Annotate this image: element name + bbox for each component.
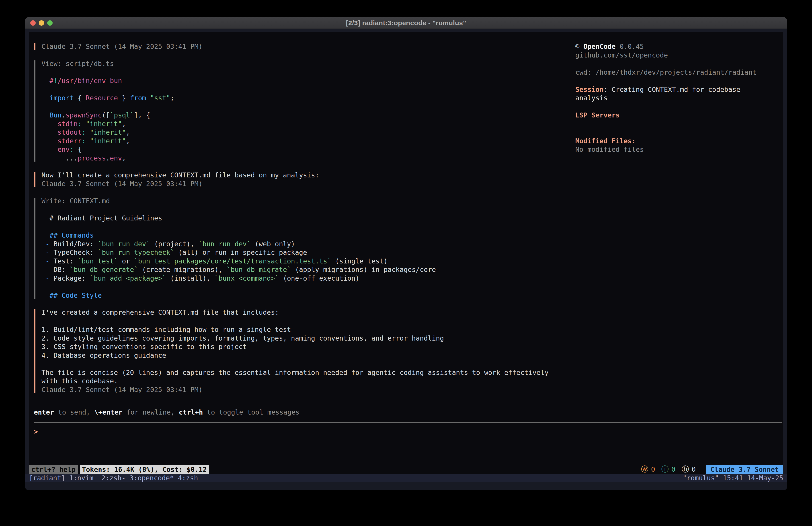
terminal-area: Claude 3.7 Sonnet (14 May 2025 03:41 PM)… bbox=[25, 29, 787, 482]
terminal-line bbox=[41, 68, 174, 77]
terminal-line: import { Resource } from "sst"; bbox=[41, 94, 174, 102]
terminal-line: - TypeCheck: `bun run typecheck` (all) o… bbox=[41, 248, 436, 257]
composer-hint: enter to send, \+enter for newline, ctrl… bbox=[34, 408, 300, 417]
terminal-line: # Radiant Project Guidelines bbox=[41, 214, 436, 223]
maximize-button[interactable] bbox=[47, 20, 53, 26]
sidebar: © OpenCode 0.0.45github.com/sst/opencode… bbox=[575, 42, 783, 154]
terminal-line: Modified Files: bbox=[575, 137, 783, 145]
tokens-cost-chip: Tokens: 16.4K (8%), Cost: $0.12 bbox=[80, 465, 209, 474]
terminal-window: [2/3] radiant:3:opencode - "romulus" Cla… bbox=[25, 17, 787, 491]
terminal-line: ...process.env, bbox=[41, 154, 174, 163]
terminal-line bbox=[575, 102, 783, 111]
terminal-line: - Package: `bun add <package>` (install)… bbox=[41, 274, 436, 283]
terminal-line: stderr: "inherit", bbox=[41, 137, 174, 145]
terminal-line: - Build/Dev: `bun run dev` (project), `b… bbox=[41, 240, 436, 248]
tmux-window[interactable]: 1:nvim bbox=[65, 474, 93, 482]
info-icon: ⓘ bbox=[661, 465, 669, 473]
terminal-line: with this codebase. bbox=[41, 377, 549, 386]
terminal-line: I've created a comprehensive CONTEXT.md … bbox=[41, 308, 549, 317]
minimize-button[interactable] bbox=[39, 20, 44, 26]
terminal-line: View: script/db.ts bbox=[41, 59, 174, 68]
terminal-line: Claude 3.7 Sonnet (14 May 2025 03:41 PM) bbox=[41, 386, 549, 394]
assistant-message: Now I'll create a comprehensive CONTEXT.… bbox=[34, 171, 319, 188]
terminal-line bbox=[41, 223, 436, 231]
close-button[interactable] bbox=[30, 20, 36, 26]
terminal-line bbox=[41, 283, 436, 291]
terminal-line: © OpenCode 0.0.45 bbox=[575, 42, 783, 51]
message-accent-bar bbox=[34, 172, 35, 187]
terminal-line: Bun.spawnSync([`psql`], { bbox=[41, 111, 174, 120]
help-shortcut-chip: ctrl+? help bbox=[29, 465, 78, 474]
terminal-line: No modified files bbox=[575, 145, 783, 154]
tool-write-block: Write: CONTEXT.md # Radiant Project Guid… bbox=[34, 197, 436, 300]
terminal-line bbox=[575, 77, 783, 85]
assistant-message: I've created a comprehensive CONTEXT.md … bbox=[34, 308, 549, 394]
composer-input[interactable] bbox=[42, 427, 778, 461]
terminal-line: stdout: "inherit", bbox=[41, 128, 174, 137]
tmux-status-bar: [radiant] 1:nvim 2:zsh- 3:opencode* 4:zs… bbox=[25, 474, 787, 482]
terminal-line: analysis bbox=[575, 94, 783, 102]
message-accent-bar bbox=[34, 309, 35, 393]
terminal-line: - Test: `bun test` or `bun test packages… bbox=[41, 257, 436, 266]
warnings-count: 0 bbox=[651, 465, 655, 473]
terminal-line: #!/usr/bin/env bun bbox=[41, 77, 174, 85]
message-accent-bar bbox=[34, 43, 35, 50]
tmux-session-name: [radiant] bbox=[29, 474, 65, 482]
info-count: 0 bbox=[671, 465, 676, 473]
warnings-icon: ⓦ bbox=[641, 465, 649, 473]
terminal-line bbox=[575, 59, 783, 68]
terminal-line bbox=[41, 360, 549, 368]
terminal-line: Write: CONTEXT.md bbox=[41, 197, 436, 205]
desktop: [2/3] radiant:3:opencode - "romulus" Cla… bbox=[0, 0, 812, 526]
terminal-line: Claude 3.7 Sonnet (14 May 2025 03:41 PM) bbox=[41, 42, 202, 51]
terminal-line: github.com/sst/opencode bbox=[575, 51, 783, 60]
terminal-line bbox=[41, 317, 549, 326]
assistant-message-header: Claude 3.7 Sonnet (14 May 2025 03:41 PM) bbox=[34, 42, 202, 51]
terminal-line bbox=[575, 120, 783, 128]
hints-count: 0 bbox=[692, 465, 696, 473]
diagnostics-counters: ⓦ0ⓘ0ⓗ0 bbox=[641, 464, 702, 474]
tool-accent-bar bbox=[34, 60, 35, 161]
tmux-window-active[interactable]: 3:opencode* bbox=[126, 474, 174, 482]
terminal-line: ## Code Style bbox=[41, 291, 436, 300]
window-controls bbox=[30, 17, 53, 29]
status-bar: ctrl+? help Tokens: 16.4K (8%), Cost: $0… bbox=[29, 465, 783, 474]
terminal-line bbox=[41, 85, 174, 94]
composer-separator bbox=[34, 422, 782, 423]
terminal-line: cwd: /home/thdxr/dev/projects/radiant/ra… bbox=[575, 68, 783, 77]
tmux-left: [radiant] 1:nvim 2:zsh- 3:opencode* 4:zs… bbox=[29, 474, 198, 482]
terminal-line: enter to send, \+enter for newline, ctrl… bbox=[34, 408, 300, 417]
window-title: [2/3] radiant:3:opencode - "romulus" bbox=[346, 19, 466, 27]
terminal-line bbox=[575, 128, 783, 137]
terminal-line: Session: Creating CONTEXT.md for codebas… bbox=[575, 85, 783, 94]
tmux-window[interactable]: 2:zsh- bbox=[93, 474, 126, 482]
hints-icon: ⓗ bbox=[682, 465, 689, 473]
terminal-line: stdin: "inherit", bbox=[41, 120, 174, 128]
tmux-window[interactable]: 4:zsh bbox=[174, 474, 198, 482]
terminal-line: - DB: `bun db generate` (create migratio… bbox=[41, 266, 436, 274]
terminal-line: Claude 3.7 Sonnet (14 May 2025 03:41 PM) bbox=[41, 180, 319, 188]
model-chip: Claude 3.7 Sonnet bbox=[706, 465, 783, 474]
terminal-line: 1. Build/lint/test commands including ho… bbox=[41, 325, 549, 334]
terminal-line: env: { bbox=[41, 145, 174, 154]
tool-view-block: View: script/db.ts #!/usr/bin/env bun im… bbox=[34, 59, 174, 162]
terminal-line: 4. Database operations guidance bbox=[41, 351, 549, 360]
terminal-line: 3. CSS styling conventions specific to t… bbox=[41, 343, 549, 351]
terminal-line bbox=[41, 205, 436, 214]
tmux-host-clock: "romulus" 15:41 14-May-25 bbox=[683, 474, 783, 482]
terminal-line: 2. Code style guidelines covering import… bbox=[41, 334, 549, 343]
terminal-line: LSP Servers bbox=[575, 111, 783, 120]
terminal-line: Now I'll create a comprehensive CONTEXT.… bbox=[41, 171, 319, 180]
opencode-tui: Claude 3.7 Sonnet (14 May 2025 03:41 PM)… bbox=[29, 32, 783, 474]
tool-accent-bar bbox=[34, 198, 35, 299]
terminal-line: The file is concise (20 lines) and captu… bbox=[41, 368, 549, 377]
diagnostics-and-model: ⓦ0ⓘ0ⓗ0 Claude 3.7 Sonnet bbox=[641, 464, 783, 474]
prompt-symbol: > bbox=[34, 427, 38, 436]
terminal-line: ## Commands bbox=[41, 231, 436, 240]
terminal-line bbox=[41, 102, 174, 111]
titlebar[interactable]: [2/3] radiant:3:opencode - "romulus" bbox=[25, 17, 787, 29]
